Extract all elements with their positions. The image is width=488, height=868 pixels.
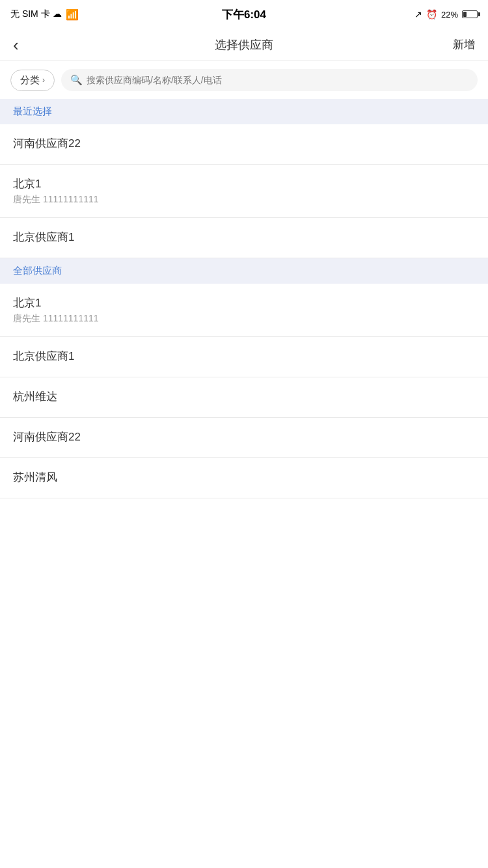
item-sub: 唐先生 11111111111 bbox=[13, 313, 475, 325]
add-button[interactable]: 新增 bbox=[453, 37, 475, 52]
item-sub: 唐先生 11111111111 bbox=[13, 194, 475, 206]
search-icon: 🔍 bbox=[70, 74, 83, 86]
status-left: 无 SIM 卡 ☁ 📶 bbox=[10, 8, 79, 21]
item-name: 北京1 bbox=[13, 295, 475, 310]
list-item[interactable]: 北京供应商1 bbox=[0, 337, 488, 377]
status-time: 下午6:04 bbox=[222, 7, 266, 22]
filter-bar: 分类 › 🔍 bbox=[0, 61, 488, 99]
item-name: 北京1 bbox=[13, 176, 475, 191]
list-item[interactable]: 北京1唐先生 11111111111 bbox=[0, 165, 488, 218]
status-right: ↗ ⏰ 22% bbox=[414, 9, 478, 20]
alarm-icon: ⏰ bbox=[426, 9, 437, 20]
all-section-header: 全部供应商 bbox=[0, 258, 488, 284]
wifi-icon: 📶 bbox=[66, 8, 79, 21]
category-filter[interactable]: 分类 › bbox=[10, 70, 55, 91]
list-item[interactable]: 苏州清风 bbox=[0, 458, 488, 498]
list-item[interactable]: 杭州维达 bbox=[0, 377, 488, 418]
location-icon: ↗ bbox=[414, 9, 422, 20]
item-name: 杭州维达 bbox=[13, 389, 475, 404]
category-label: 分类 bbox=[20, 74, 40, 87]
chevron-right-icon: › bbox=[42, 75, 45, 85]
no-sim-text: 无 SIM 卡 ☁ bbox=[10, 8, 62, 20]
list-item[interactable]: 北京1唐先生 11111111111 bbox=[0, 284, 488, 337]
item-name: 北京供应商1 bbox=[13, 349, 475, 364]
search-box[interactable]: 🔍 bbox=[61, 69, 478, 91]
list-item[interactable]: 河南供应商22 bbox=[0, 418, 488, 458]
recent-items-list: 河南供应商22北京1唐先生 11111111111北京供应商1 bbox=[0, 124, 488, 258]
list-item[interactable]: 河南供应商22 bbox=[0, 124, 488, 165]
item-name: 河南供应商22 bbox=[13, 136, 475, 151]
list-item[interactable]: 北京供应商1 bbox=[0, 218, 488, 258]
item-name: 苏州清风 bbox=[13, 470, 475, 485]
all-section-label: 全部供应商 bbox=[13, 265, 62, 276]
all-items-list: 北京1唐先生 11111111111北京供应商1杭州维达河南供应商22苏州清风 bbox=[0, 284, 488, 498]
battery-text: 22% bbox=[441, 10, 458, 20]
item-name: 北京供应商1 bbox=[13, 230, 475, 245]
status-bar: 无 SIM 卡 ☁ 📶 下午6:04 ↗ ⏰ 22% bbox=[0, 0, 488, 29]
battery-icon bbox=[462, 10, 478, 18]
search-input[interactable] bbox=[87, 75, 468, 85]
nav-bar: ‹ 选择供应商 新增 bbox=[0, 29, 488, 61]
recent-section-label: 最近选择 bbox=[13, 105, 52, 116]
item-name: 河南供应商22 bbox=[13, 429, 475, 444]
recent-section-header: 最近选择 bbox=[0, 99, 488, 124]
page-title: 选择供应商 bbox=[215, 37, 273, 53]
back-button[interactable]: ‹ bbox=[13, 36, 19, 53]
